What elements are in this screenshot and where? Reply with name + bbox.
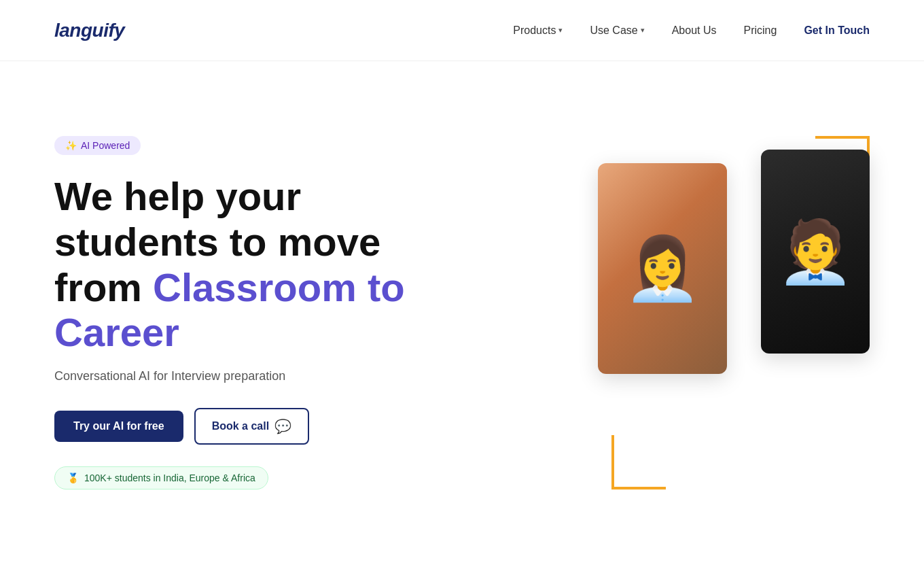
hero-subtext: Conversational AI for Interview preparat… xyxy=(54,369,448,383)
man-photo-card: 🧑‍💼 xyxy=(761,150,870,354)
hero-section: ✨ AI Powered We help your students to mo… xyxy=(0,61,924,578)
nav-link-pricing[interactable]: Pricing xyxy=(744,24,777,37)
nav-item-use-case[interactable]: Use Case ▾ xyxy=(590,24,644,37)
woman-photo-card: 👩‍💼 xyxy=(598,163,727,374)
medal-icon: 🥇 xyxy=(67,473,79,483)
students-text: 100K+ students in India, Europe & Africa xyxy=(84,473,255,483)
man-photo: 🧑‍💼 xyxy=(761,150,870,354)
cta-buttons: Try our AI for free Book a call 💬 xyxy=(54,408,448,445)
hero-heading: We help your students to move from Class… xyxy=(54,174,448,356)
nav-item-get-in-touch[interactable]: Get In Touch xyxy=(804,24,870,37)
book-call-button[interactable]: Book a call 💬 xyxy=(194,408,309,445)
woman-silhouette-icon: 👩‍💼 xyxy=(624,238,700,299)
logo[interactable]: languify xyxy=(54,20,124,41)
woman-photo: 👩‍💼 xyxy=(598,163,727,374)
hero-image-composition: 👩‍💼 🧑‍💼 xyxy=(598,136,870,489)
nav-link-products[interactable]: Products ▾ xyxy=(513,24,563,37)
nav-item-pricing[interactable]: Pricing xyxy=(744,24,777,37)
nav-item-about-us[interactable]: About Us xyxy=(672,24,717,37)
try-ai-button[interactable]: Try our AI for free xyxy=(54,411,183,442)
navbar: languify Products ▾ Use Case ▾ About Us … xyxy=(0,0,924,61)
bottom-left-bracket xyxy=(611,435,666,489)
nav-link-about-us[interactable]: About Us xyxy=(672,24,717,37)
chevron-down-icon: ▾ xyxy=(641,26,645,35)
hero-content: ✨ AI Powered We help your students to mo… xyxy=(54,136,448,489)
students-badge: 🥇 100K+ students in India, Europe & Afri… xyxy=(54,466,268,489)
book-call-label: Book a call xyxy=(212,420,269,432)
chevron-down-icon: ▾ xyxy=(558,26,563,35)
nav-item-products[interactable]: Products ▾ xyxy=(513,24,563,37)
nav-link-get-in-touch[interactable]: Get In Touch xyxy=(804,24,870,37)
ai-powered-badge: ✨ AI Powered xyxy=(54,136,141,155)
nav-link-use-case[interactable]: Use Case ▾ xyxy=(590,24,644,37)
sparkle-icon: ✨ xyxy=(65,140,77,151)
nav-links: Products ▾ Use Case ▾ About Us Pricing G… xyxy=(513,24,870,37)
badge-text: AI Powered xyxy=(81,140,130,151)
man-silhouette-icon: 🧑‍💼 xyxy=(777,221,853,282)
chat-icon: 💬 xyxy=(274,418,291,434)
